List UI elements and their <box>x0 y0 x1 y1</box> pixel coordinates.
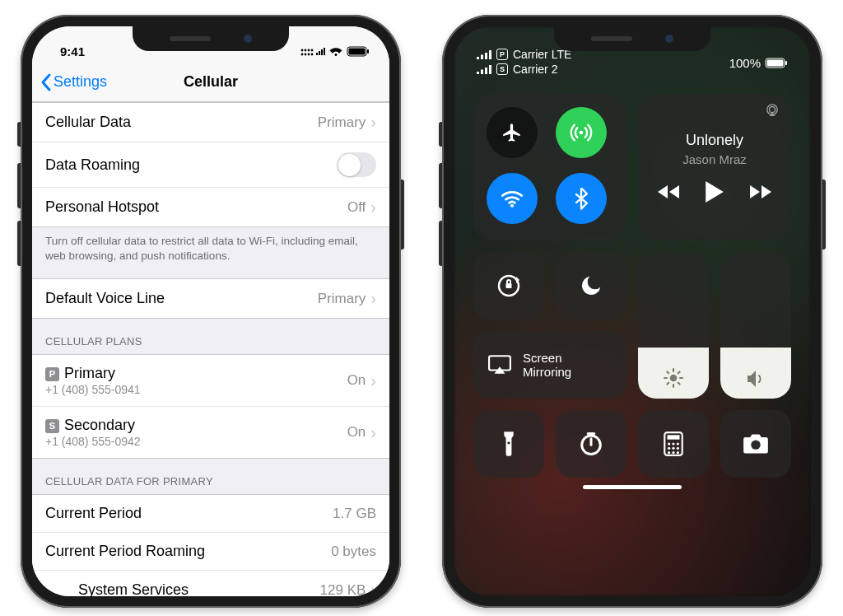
row-plan-primary[interactable]: PPrimary +1 (408) 555-0941 On› <box>32 355 389 407</box>
battery-percent: 100% <box>729 56 761 70</box>
svg-rect-8 <box>316 53 318 55</box>
label: Personal Hotspot <box>45 198 159 216</box>
row-system-services[interactable]: System Services 129 KB› <box>32 571 389 596</box>
now-playing-platter[interactable]: Unlonely Jason Mraz <box>638 94 791 240</box>
sun-icon <box>638 367 709 389</box>
settings-list[interactable]: Cellular Data Primary› Data Roaming Pers… <box>32 102 389 596</box>
svg-point-52 <box>672 447 674 450</box>
section-header-plans: CELLULAR PLANS <box>32 319 389 354</box>
label: System Services <box>45 581 189 596</box>
row-cellular-data[interactable]: Cellular Data Primary› <box>32 103 389 142</box>
wifi-icon <box>501 189 524 208</box>
label: Data Roaming <box>45 156 140 174</box>
row-default-voice-line[interactable]: Default Voice Line Primary› <box>32 279 389 318</box>
cellular-data-button[interactable] <box>556 107 607 158</box>
svg-point-32 <box>670 375 678 382</box>
chevron-right-icon: › <box>370 423 376 442</box>
previous-button[interactable] <box>658 184 681 200</box>
sim-badge-icon: S <box>496 63 508 75</box>
svg-rect-13 <box>349 48 366 54</box>
sim-badge-icon: S <box>45 419 59 433</box>
row-personal-hotspot[interactable]: Personal Hotspot Off› <box>32 188 389 226</box>
calculator-button[interactable] <box>638 410 709 478</box>
carrier-label: Carrier 2 <box>513 63 557 76</box>
play-icon <box>706 181 724 203</box>
nav-bar: Settings Cellular <box>32 63 389 102</box>
label: Current Period Roaming <box>45 543 205 560</box>
screen-mirroring-button[interactable]: Screen Mirroring <box>473 331 626 399</box>
timer-button[interactable] <box>556 410 626 478</box>
next-button[interactable] <box>748 184 771 200</box>
moon-icon <box>579 273 603 298</box>
camera-button[interactable] <box>720 410 791 478</box>
chevron-right-icon: › <box>370 581 376 596</box>
toggle-data-roaming[interactable] <box>337 152 376 177</box>
svg-rect-15 <box>477 57 479 59</box>
value: Primary <box>318 114 366 131</box>
orientation-lock-button[interactable] <box>473 252 544 320</box>
svg-point-55 <box>672 451 674 454</box>
svg-point-50 <box>677 442 679 445</box>
do-not-disturb-button[interactable] <box>556 252 626 320</box>
svg-point-0 <box>301 54 304 56</box>
signal-bars-icon <box>477 65 491 74</box>
value: Off <box>347 199 366 216</box>
connectivity-platter[interactable] <box>473 94 626 240</box>
svg-rect-9 <box>319 51 320 55</box>
svg-point-26 <box>580 131 584 135</box>
airplane-mode-button[interactable] <box>487 107 538 158</box>
forward-icon <box>748 184 771 200</box>
airplay-icon <box>765 104 780 117</box>
label: Cellular Data <box>45 114 131 131</box>
svg-rect-24 <box>767 59 784 66</box>
calculator-icon <box>664 432 683 456</box>
svg-point-2 <box>308 54 310 56</box>
timer-icon <box>579 432 603 456</box>
row-data-roaming[interactable]: Data Roaming <box>32 142 389 188</box>
battery-icon <box>765 58 788 68</box>
track-title: Unlonely <box>686 132 743 149</box>
row-current-period: Current Period 1.7 GB <box>32 495 389 533</box>
wifi-button[interactable] <box>487 173 538 224</box>
svg-rect-14 <box>367 49 369 54</box>
svg-point-57 <box>751 440 760 449</box>
svg-point-7 <box>311 49 314 52</box>
flashlight-icon <box>502 432 515 456</box>
notch <box>133 26 289 51</box>
speaker-icon <box>720 369 791 389</box>
bluetooth-button[interactable] <box>556 173 607 224</box>
brightness-slider[interactable] <box>638 252 709 399</box>
svg-rect-10 <box>321 49 323 55</box>
bluetooth-icon <box>575 187 588 210</box>
svg-point-3 <box>311 54 314 56</box>
value: 1.7 GB <box>333 506 376 522</box>
svg-point-51 <box>668 447 670 450</box>
value: Primary <box>318 291 366 307</box>
signal-bars-icon <box>477 50 491 59</box>
value: 0 bytes <box>331 544 376 560</box>
svg-rect-17 <box>485 53 487 59</box>
home-indicator[interactable] <box>583 485 682 489</box>
phone-control-center: P Carrier LTE S Carrier 2 100% <box>442 15 822 608</box>
svg-rect-31 <box>506 283 512 288</box>
cc-status-bar: P Carrier LTE S Carrier 2 100% <box>477 48 788 76</box>
svg-point-27 <box>510 204 514 208</box>
chevron-right-icon: › <box>370 371 376 390</box>
volume-slider[interactable] <box>720 252 791 399</box>
battery-icon <box>347 46 370 57</box>
chevron-right-icon: › <box>370 113 376 132</box>
row-current-period-roaming: Current Period Roaming 0 bytes <box>32 533 389 571</box>
svg-point-53 <box>677 447 679 450</box>
dual-signal-icon <box>300 46 325 56</box>
track-artist: Jason Mraz <box>682 152 747 166</box>
status-time: 9:41 <box>60 44 85 58</box>
svg-point-29 <box>769 107 775 113</box>
flashlight-button[interactable] <box>473 410 544 478</box>
play-button[interactable] <box>706 181 724 203</box>
row-plan-secondary[interactable]: SSecondary +1 (408) 555-0942 On› <box>32 407 389 458</box>
sim-badge-icon: P <box>496 49 508 60</box>
rotation-lock-icon <box>495 272 523 300</box>
svg-line-37 <box>667 371 668 373</box>
svg-point-1 <box>305 54 307 56</box>
control-center-grid: Unlonely Jason Mraz <box>473 94 791 478</box>
